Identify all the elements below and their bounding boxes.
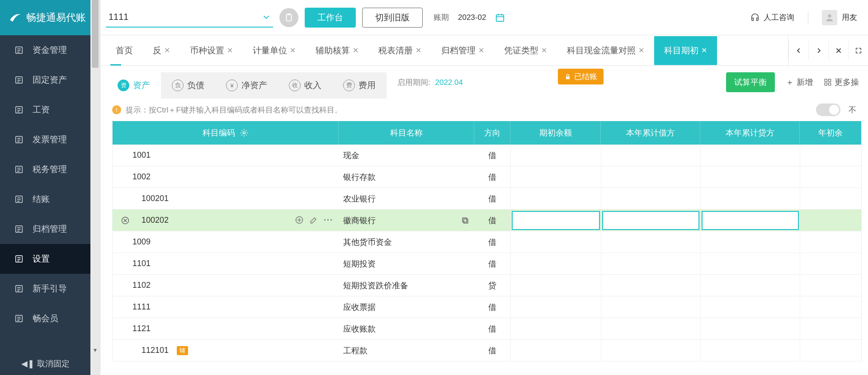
gear-icon[interactable] bbox=[240, 128, 249, 137]
tab-2[interactable]: 币种设置✕ bbox=[180, 36, 243, 65]
tab-7[interactable]: 凭证类型✕ bbox=[494, 36, 557, 65]
sidebar-item-7[interactable]: 设置 bbox=[0, 244, 90, 274]
cell-code[interactable]: 100202··· bbox=[113, 210, 339, 231]
cell-name[interactable]: 其他货币资金 bbox=[339, 231, 474, 253]
edit-icon[interactable] bbox=[309, 216, 318, 225]
tab-1[interactable]: 反✕ bbox=[143, 36, 180, 65]
cell-debit[interactable] bbox=[601, 231, 700, 253]
cell-name[interactable]: 徽商银行 bbox=[339, 210, 474, 231]
cell-name[interactable]: 农业银行 bbox=[339, 188, 474, 209]
cell-name[interactable]: 应收账款 bbox=[339, 318, 474, 339]
account-selector[interactable]: 1111 bbox=[106, 8, 273, 28]
table-row[interactable]: 1101短期投资借 bbox=[113, 253, 861, 275]
th-yearbegin[interactable]: 年初余 bbox=[800, 121, 861, 145]
add-icon[interactable] bbox=[295, 216, 304, 225]
cell-code[interactable]: 1101 bbox=[113, 253, 339, 274]
cell-debit[interactable] bbox=[601, 340, 700, 361]
cell-balance[interactable] bbox=[510, 145, 601, 166]
tab-6[interactable]: 归档管理✕ bbox=[431, 36, 494, 65]
cell-balance[interactable] bbox=[510, 166, 601, 188]
cell-balance[interactable] bbox=[510, 275, 601, 296]
cell-credit[interactable] bbox=[700, 145, 800, 166]
th-name[interactable]: 科目名称 bbox=[339, 121, 474, 145]
cell-yearbegin[interactable] bbox=[800, 340, 861, 361]
cell-balance[interactable] bbox=[510, 253, 601, 274]
cell-debit[interactable] bbox=[601, 296, 700, 318]
th-debit[interactable]: 本年累计借方 bbox=[601, 121, 700, 145]
table-row[interactable]: 100201农业银行借 bbox=[113, 188, 861, 210]
more-icon[interactable]: ··· bbox=[324, 216, 333, 225]
cell-balance[interactable] bbox=[510, 340, 601, 361]
sidebar-item-3[interactable]: 发票管理 bbox=[0, 125, 90, 155]
cell-code[interactable]: 1121 bbox=[113, 318, 339, 339]
trial-balance-button[interactable]: 试算平衡 bbox=[726, 72, 775, 92]
cell-yearbegin[interactable] bbox=[800, 210, 861, 231]
sidebar-item-8[interactable]: 新手引导 bbox=[0, 274, 90, 304]
copy-icon[interactable] bbox=[461, 216, 470, 225]
th-credit[interactable]: 本年累计贷方 bbox=[700, 121, 800, 145]
th-balance[interactable]: 期初余额 bbox=[510, 121, 601, 145]
enable-period-value[interactable]: 2022.04 bbox=[435, 78, 462, 87]
tab-0[interactable]: 首页 bbox=[106, 36, 143, 65]
tab-9[interactable]: 科目期初✕ bbox=[654, 36, 717, 65]
table-row[interactable]: 1001现金借 bbox=[113, 145, 861, 166]
cell-debit[interactable] bbox=[601, 275, 700, 296]
close-icon[interactable]: ✕ bbox=[290, 46, 296, 55]
cell-credit[interactable] bbox=[700, 318, 800, 339]
table-row[interactable]: 1111应收票据借 bbox=[113, 296, 861, 318]
tab-3[interactable]: 计量单位✕ bbox=[243, 36, 306, 65]
cell-code[interactable]: 1111 bbox=[113, 296, 339, 318]
cell-code[interactable]: 112101辅 bbox=[113, 340, 339, 361]
sidebar-item-5[interactable]: 结账 bbox=[0, 184, 90, 214]
sidebar-item-4[interactable]: 税务管理 bbox=[0, 155, 90, 184]
add-button[interactable]: ＋ 新增 bbox=[786, 77, 813, 88]
cell-credit[interactable] bbox=[700, 253, 800, 274]
cell-debit[interactable] bbox=[601, 318, 700, 339]
subtab-3[interactable]: 收收入 bbox=[278, 72, 332, 98]
close-icon[interactable]: ✕ bbox=[478, 46, 484, 55]
close-icon[interactable]: ✕ bbox=[227, 46, 233, 55]
subtab-1[interactable]: 负负债 bbox=[161, 72, 215, 98]
cell-debit[interactable] bbox=[601, 145, 700, 166]
close-icon[interactable]: ✕ bbox=[415, 46, 421, 55]
debit-input[interactable] bbox=[602, 211, 699, 230]
cell-credit[interactable] bbox=[700, 231, 800, 253]
cell-code[interactable]: 1002 bbox=[113, 166, 339, 188]
table-row[interactable]: 1002银行存款借 bbox=[113, 166, 861, 188]
cell-yearbegin[interactable] bbox=[800, 231, 861, 253]
table-row[interactable]: 1009其他货币资金借 bbox=[113, 231, 861, 253]
table-row[interactable]: 100202···徽商银行借 bbox=[113, 210, 861, 231]
cell-balance[interactable] bbox=[510, 296, 601, 318]
cell-code[interactable]: 100201 bbox=[113, 188, 339, 209]
tab-5[interactable]: 税表清册✕ bbox=[368, 36, 431, 65]
cell-credit[interactable] bbox=[700, 340, 800, 361]
th-dir[interactable]: 方向 bbox=[474, 121, 510, 145]
tab-expand-button[interactable] bbox=[848, 41, 868, 61]
cell-name[interactable]: 工程款 bbox=[339, 340, 474, 361]
user-menu[interactable]: 用友 bbox=[822, 10, 857, 25]
cell-name[interactable]: 短期投资跌价准备 bbox=[339, 275, 474, 296]
cell-balance[interactable] bbox=[510, 188, 601, 209]
cell-code[interactable]: 1001 bbox=[113, 145, 339, 166]
sidebar-item-6[interactable]: 归档管理 bbox=[0, 214, 90, 244]
close-icon[interactable]: ✕ bbox=[164, 46, 170, 55]
scroll-down-icon[interactable]: ▼ bbox=[93, 347, 98, 353]
sidebar-item-2[interactable]: 工资 bbox=[0, 95, 90, 125]
balance-input[interactable] bbox=[512, 211, 600, 230]
cell-code[interactable]: 1009 bbox=[113, 231, 339, 253]
table-row[interactable]: 1121应收账款借 bbox=[113, 318, 861, 340]
unpin-button[interactable]: ◀❚ 取消固定 bbox=[0, 352, 90, 375]
th-code[interactable]: 科目编码 bbox=[113, 121, 339, 145]
cell-debit[interactable] bbox=[601, 188, 700, 209]
subtab-0[interactable]: 资资产 bbox=[107, 72, 161, 98]
sidebar-item-9[interactable]: 畅会员 bbox=[0, 304, 90, 333]
close-icon[interactable]: ✕ bbox=[353, 46, 359, 55]
more-button[interactable]: 更多操 bbox=[824, 77, 859, 88]
delete-icon[interactable] bbox=[121, 216, 130, 225]
cell-credit[interactable] bbox=[700, 166, 800, 188]
close-icon[interactable]: ✕ bbox=[638, 46, 644, 55]
calendar-icon[interactable] bbox=[495, 13, 505, 23]
cell-yearbegin[interactable] bbox=[800, 275, 861, 296]
cell-yearbegin[interactable] bbox=[800, 145, 861, 166]
cell-code[interactable]: 1102 bbox=[113, 275, 339, 296]
